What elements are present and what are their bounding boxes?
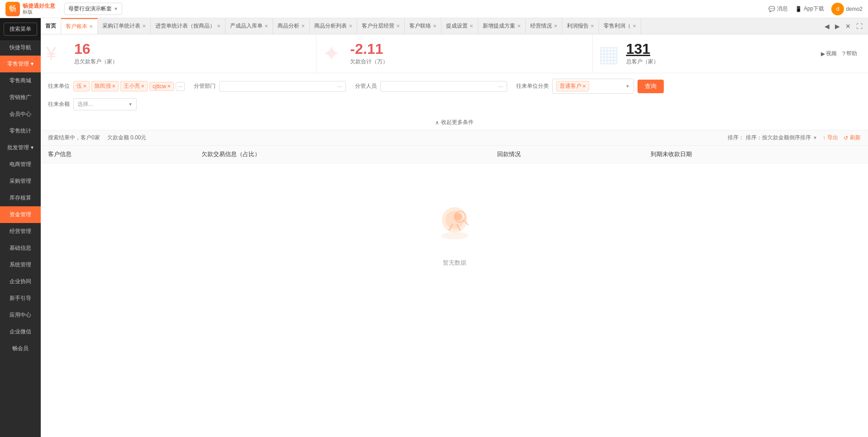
filter-tag-wang[interactable]: 王小亮 ✕ (120, 81, 148, 91)
store-selector[interactable]: 母婴行业演示帐套 ▼ (64, 3, 122, 15)
video-icon: ▶ (821, 51, 825, 57)
help-btn[interactable]: ? 帮助 (842, 50, 857, 57)
logo-text: 畅捷通好生意 标版 (23, 3, 55, 15)
tab-prev-btn[interactable]: ◀ (823, 22, 831, 31)
balance-select[interactable]: 选择... ▼ (73, 98, 137, 110)
message-icon: 💬 (768, 6, 775, 12)
stat-item-customers: ¥ 16 总欠款客户（家） (41, 34, 317, 73)
search-result-right: 排序： 排序：按欠款金额倒序排序 ▼ ↑ 导出 ↺ 刷新 (728, 134, 861, 142)
sidebar-item-wholesale[interactable]: 批发管理 ▾ (0, 139, 41, 156)
sidebar-item-inventory[interactable]: 库存核算 (0, 190, 41, 206)
sidebar-item-member2[interactable]: 畅会员 (0, 340, 41, 357)
sidebar-item-finance[interactable]: 资金管理 (0, 206, 41, 223)
tab-customer-ledger[interactable]: 客户账本 ✕ (61, 18, 98, 34)
filter-tag-cjttcw[interactable]: cjttcw ✕ (149, 82, 174, 91)
sidebar-item-basic-info[interactable]: 基础信息 (0, 240, 41, 256)
close-icon[interactable]: ✕ (264, 24, 268, 28)
sidebar-item-purchase[interactable]: 采购管理 (0, 173, 41, 190)
tab-business-status[interactable]: 经营情况 ✕ (526, 18, 562, 34)
dept-select[interactable]: ··· (219, 81, 346, 92)
refresh-icon: ↺ (844, 135, 848, 141)
remove-tag-chen[interactable]: ✕ (112, 84, 115, 89)
tab-next-btn[interactable]: ▶ (833, 22, 842, 31)
filter-tag-wu[interactable]: 伍 ✕ (73, 81, 90, 91)
user-menu[interactable]: d demo2 (831, 3, 863, 15)
sidebar-item-retail-mgmt[interactable]: 零售管理 ▾ (0, 56, 41, 72)
close-icon[interactable]: ✕ (590, 24, 594, 28)
remove-tag-normal[interactable]: ✕ (582, 84, 586, 89)
tab-home[interactable]: 首页 (41, 18, 61, 34)
remove-tag-cjttcw[interactable]: ✕ (167, 84, 171, 89)
more-tags-btn[interactable]: ··· (176, 82, 185, 91)
search-menu-btn[interactable]: 搜索菜单 (4, 23, 37, 36)
export-btn[interactable]: ↑ 导出 (823, 134, 838, 142)
empty-icon (432, 200, 477, 253)
top-header: 畅 畅捷通好生意 标版 母婴行业演示帐套 ▼ 💬 消息 📱 App下载 d de… (0, 0, 868, 18)
tab-customer-contact[interactable]: 客户联络 ✕ (405, 18, 441, 34)
tab-retail-profit[interactable]: 零售利润（ ✕ (599, 18, 641, 34)
filter-unit-tags: 伍 ✕ 陈民强 ✕ 王小亮 ✕ cjttcw ✕ (73, 81, 185, 91)
sidebar-item-guide[interactable]: 新手引导 (0, 290, 41, 307)
tab-product-analysis-list[interactable]: 商品分析列表 ✕ (310, 18, 357, 34)
tab-fullscreen-btn[interactable]: ⛶ (854, 22, 864, 31)
tab-customer-segment[interactable]: 客户分层经营 ✕ (357, 18, 405, 34)
close-icon[interactable]: ✕ (89, 24, 93, 29)
tab-close-all-btn[interactable]: ✕ (844, 22, 853, 31)
sidebar-item-enterprise[interactable]: 企业协同 (0, 273, 41, 290)
tab-controls: ◀ ▶ ✕ ⛶ (819, 22, 868, 31)
sidebar-item-ecommerce[interactable]: 电商管理 (0, 156, 41, 173)
sidebar-item-app-center[interactable]: 应用中心 (0, 307, 41, 323)
remove-tag-wang[interactable]: ✕ (141, 84, 144, 89)
customer-bg-icon: ¥ (46, 43, 56, 64)
svg-point-0 (441, 232, 468, 239)
sidebar-item-system[interactable]: 系统管理 (0, 256, 41, 273)
person-select[interactable]: ··· (380, 81, 507, 92)
filter-unit-class-label: 往来单位分类 (516, 82, 549, 90)
filter-tag-chen[interactable]: 陈民强 ✕ (91, 81, 119, 91)
balance-chevron: ▼ (128, 102, 133, 107)
table-header-row: 客户信息 欠款交易信息（占比） 回款情况 到期未收款日期 (41, 146, 868, 163)
messages-btn[interactable]: 💬 消息 (768, 5, 788, 13)
quick-nav-btn[interactable]: 快捷导航 (0, 40, 41, 56)
app-download-btn[interactable]: 📱 App下载 (795, 5, 824, 13)
col-repayment: 回款情况 (490, 146, 643, 163)
tab-product-inbound[interactable]: 产成品入库单 ✕ (225, 18, 273, 34)
close-icon[interactable]: ✕ (554, 24, 557, 28)
sort-select[interactable]: 排序： 排序：按欠款金额倒序排序 ▼ (728, 134, 817, 142)
avatar: d (831, 3, 844, 15)
filter-balance-label: 往来余额 (48, 100, 70, 108)
collapse-filters-btn[interactable]: ∧ 收起更多条件 (48, 115, 861, 130)
tab-new-commission[interactable]: 新增提成方案 ✕ (478, 18, 526, 34)
close-icon[interactable]: ✕ (470, 24, 473, 28)
video-btn[interactable]: ▶ 视频 (821, 50, 837, 57)
close-icon[interactable]: ✕ (633, 24, 636, 28)
filter-tag-normal-customer[interactable]: 普通客户 ✕ (556, 81, 589, 91)
tab-profit-report[interactable]: 利润报告 ✕ (562, 18, 599, 34)
close-icon[interactable]: ✕ (349, 24, 352, 28)
close-icon[interactable]: ✕ (217, 24, 221, 28)
sidebar-item-marketing[interactable]: 营销推广 (0, 89, 41, 106)
stat-value-amount: -2.11 (350, 42, 388, 56)
close-icon[interactable]: ✕ (433, 24, 436, 28)
sidebar-item-retail-stats[interactable]: 零售统计 (0, 123, 41, 139)
download-icon: 📱 (795, 6, 802, 12)
query-button[interactable]: 查询 (638, 80, 664, 93)
tab-purchase-order-stats[interactable]: 采购订单统计表 ✕ (98, 18, 151, 34)
remove-tag-wu[interactable]: ✕ (83, 84, 86, 89)
close-icon[interactable]: ✕ (142, 24, 146, 28)
stat-label-total: 总客户（家） (626, 58, 659, 66)
sidebar-item-wechat[interactable]: 企业微信 (0, 323, 41, 340)
sidebar-item-retail-mall[interactable]: 零售商城 (0, 72, 41, 89)
header-right: 💬 消息 📱 App下载 d demo2 (768, 3, 863, 15)
tab-purchase-stats-product[interactable]: 进货单统计表（按商品） ✕ (151, 18, 225, 34)
refresh-btn[interactable]: ↺ 刷新 (844, 134, 861, 142)
tab-product-analysis[interactable]: 商品分析 ✕ (273, 18, 310, 34)
close-icon[interactable]: ✕ (517, 24, 521, 28)
sidebar-item-operations[interactable]: 经营管理 (0, 223, 41, 240)
tab-commission-settings[interactable]: 提成设置 ✕ (441, 18, 478, 34)
unit-class-select[interactable]: 普通客户 ✕ ▼ (552, 79, 634, 94)
chevron-down-icon: ▼ (114, 6, 118, 11)
sidebar-item-member[interactable]: 会员中心 (0, 106, 41, 123)
close-icon[interactable]: ✕ (301, 24, 305, 28)
close-icon[interactable]: ✕ (396, 24, 400, 28)
